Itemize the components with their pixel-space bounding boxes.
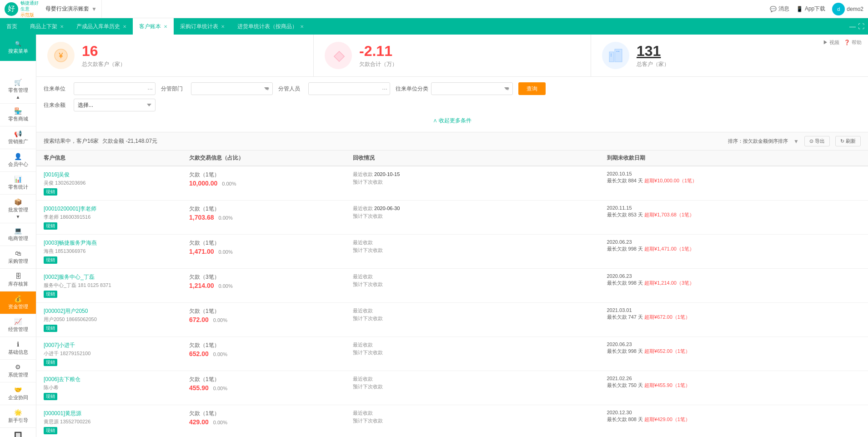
- content-area: ¥ 16 总欠款客户（家） -2.11 欠款合计（万）: [36, 35, 868, 437]
- person-input[interactable]: [308, 82, 390, 95]
- debt-amount-2[interactable]: 1,471.00: [189, 248, 214, 255]
- tab-product-off[interactable]: 商品上下架 ✕: [24, 18, 70, 35]
- avatar: d: [832, 3, 845, 15]
- due-cell-4: 2021.03.01 最长欠款 747 天 超期¥672.00（1笔）: [607, 307, 861, 321]
- finance-icon: 💰: [14, 295, 22, 302]
- tab-home[interactable]: 首页: [0, 18, 24, 35]
- from-unit-input[interactable]: [74, 82, 156, 95]
- unit-class-input[interactable]: [431, 82, 513, 95]
- video-icon: ▶: [823, 40, 828, 45]
- customer-name-1[interactable]: [00010200001]李老师: [44, 205, 189, 213]
- sidebar-item-marketing[interactable]: 📢 营销推广: [0, 126, 36, 149]
- result-bar: 搜索结果中，客户16家 欠款金额 -21,148.07元 排序：按欠款金额倒序排…: [36, 132, 868, 151]
- sidebar-item-purchase[interactable]: 🛍 采购管理: [0, 246, 36, 269]
- tab-minimize-icon[interactable]: —: [849, 23, 856, 30]
- overdue-amount-6[interactable]: 超期¥455.90（1笔）: [644, 382, 690, 388]
- debt-amount-3[interactable]: 1,214.00: [189, 282, 214, 289]
- close-tab-customer-account[interactable]: ✕: [164, 24, 167, 29]
- debt-amount-7[interactable]: 429.00: [189, 418, 209, 426]
- header-debt-info: 欠款交易信息（占比）: [189, 154, 353, 162]
- customer-tag-6: 现销: [44, 393, 57, 400]
- tab-purchase-stats[interactable]: 进货单统计表（按商品） ✕: [231, 18, 310, 35]
- debt-cell-4: 欠款（1笔） 672.00 0.00%: [189, 307, 353, 324]
- debt-amount-5[interactable]: 652.00: [189, 350, 209, 357]
- customer-name-7[interactable]: [000001]黄思源: [44, 410, 189, 417]
- sidebar-item-basic-info[interactable]: ℹ 基础信息: [0, 337, 36, 360]
- close-tab-purchase-summary[interactable]: ✕: [221, 24, 225, 29]
- customer-name-0[interactable]: [0016]吴俊: [44, 171, 189, 179]
- close-tab-production-history[interactable]: ✕: [123, 24, 126, 29]
- table-row: [0003]畅捷服务尹海燕 海燕 18513066976 现销 欠款（1笔） 1…: [36, 235, 868, 269]
- filter-person: 分管人员 ···: [278, 82, 390, 95]
- from-unit-input-wrap: ···: [74, 82, 156, 95]
- customer-sub-2: 海燕 18513066976: [44, 248, 189, 255]
- overdue-amount-1[interactable]: 超期¥1,703.68（1笔）: [644, 212, 694, 217]
- overdue-days-0: 最长欠款 884 天 超期¥10,000.00（1笔）: [607, 177, 861, 184]
- overdue-amount-3[interactable]: 超期¥1,214.00（3笔）: [644, 280, 694, 286]
- tab-maximize-icon[interactable]: ⛶: [858, 23, 864, 30]
- overdue-amount-2[interactable]: 超期¥1,471.00（1笔）: [644, 246, 694, 251]
- close-tab-purchase-stats[interactable]: ✕: [300, 24, 304, 29]
- query-btn[interactable]: 查询: [518, 82, 546, 95]
- dept-input[interactable]: [191, 82, 273, 95]
- message-btn[interactable]: 💬 消息: [770, 5, 789, 13]
- customer-name-4[interactable]: [000002]用户2050: [44, 307, 189, 315]
- sidebar-item-ops-mgmt[interactable]: 📈 经营管理: [0, 314, 36, 337]
- overdue-amount-4[interactable]: 超期¥672.00（1笔）: [644, 314, 690, 320]
- tab-production-history[interactable]: 产成品入库单历史 ✕: [70, 18, 133, 35]
- sidebar-item-retail-stats[interactable]: 📊 零售统计: [0, 172, 36, 195]
- sidebar-quick-nav[interactable]: 快捷导航: [0, 61, 36, 75]
- from-unit-dots-btn[interactable]: ···: [147, 85, 153, 92]
- sidebar-item-ecommerce[interactable]: 💻 电商管理: [0, 223, 36, 246]
- svg-text:¥: ¥: [59, 52, 63, 60]
- sidebar-item-apps[interactable]: 🔲 应用中心: [0, 428, 36, 437]
- app-download-btn[interactable]: 📱 App下载: [796, 5, 825, 13]
- sidebar-item-batch-mgmt[interactable]: 📦 批发管理 ▼: [0, 195, 36, 223]
- sidebar-item-member-center[interactable]: 👤 会员中心: [0, 149, 36, 172]
- stat-info-total-customers: 131 总客户（家）: [637, 43, 669, 68]
- stat-card-debt-total: -2.11 欠款合计（万）: [314, 35, 591, 76]
- debt-amount-0[interactable]: 10,000.00: [189, 180, 217, 187]
- refresh-icon: ↻: [840, 138, 844, 144]
- debt-amount-1[interactable]: 1,703.68: [189, 214, 214, 221]
- sidebar-item-enterprise[interactable]: 🤝 企业协同: [0, 382, 36, 405]
- debt-amount-4[interactable]: 672.00: [189, 316, 209, 323]
- balance-select[interactable]: 选择...: [74, 99, 156, 111]
- sidebar-item-system[interactable]: ⚙ 系统管理: [0, 360, 36, 382]
- debt-amount-6[interactable]: 455.90: [189, 384, 209, 392]
- sidebar-item-retail-store[interactable]: 🏪 零售商城: [0, 104, 36, 126]
- sidebar-item-guide[interactable]: 🌟 新手引导: [0, 405, 36, 428]
- customer-name-2[interactable]: [0003]畅捷服务尹海燕: [44, 239, 189, 247]
- due-cell-2: 2020.06.23 最长欠款 998 天 超期¥1,471.00（1笔）: [607, 239, 861, 253]
- debt-count-0: 欠款（1笔）: [189, 171, 353, 179]
- export-btn[interactable]: ⊙ 导出: [804, 136, 830, 146]
- org-dropdown-icon[interactable]: ▼: [91, 6, 97, 12]
- overdue-amount-0[interactable]: 超期¥10,000.00（1笔）: [644, 178, 697, 183]
- collapse-bar[interactable]: ∧ 收起更多条件: [44, 115, 861, 126]
- sidebar-search-btn[interactable]: 🔍 搜索菜单: [0, 37, 36, 58]
- tab-customer-account[interactable]: 客户账本 ✕: [133, 18, 174, 35]
- refresh-btn[interactable]: ↻ 刷新: [835, 136, 861, 146]
- org-selector[interactable]: 母婴行业演示账套 ▼: [41, 0, 102, 18]
- video-btn[interactable]: ▶ 视频: [823, 39, 839, 46]
- sidebar-item-retail-mgmt[interactable]: 🛒 零售管理 ▲: [0, 75, 36, 104]
- overdue-amount-5[interactable]: 超期¥652.00（1笔）: [644, 348, 690, 354]
- phone-icon: 📱: [796, 6, 803, 12]
- sort-dropdown-icon[interactable]: ▼: [793, 138, 799, 145]
- close-tab-product-off[interactable]: ✕: [60, 24, 64, 29]
- sidebar-item-inventory[interactable]: 🗄 库存核算: [0, 269, 36, 291]
- customer-name-5[interactable]: [0007]小进千: [44, 342, 189, 349]
- person-dots-btn[interactable]: ···: [382, 85, 387, 92]
- debt-count-1: 欠款（1笔）: [189, 205, 353, 213]
- svg-rect-5: [611, 54, 612, 55]
- customer-sub-5: 小进千 18279152100: [44, 350, 189, 357]
- customer-name-6[interactable]: [0006]去下粮仓: [44, 376, 189, 383]
- overdue-amount-7[interactable]: 超期¥429.00（1笔）: [644, 417, 690, 422]
- tab-purchase-summary[interactable]: 采购订单统计表 ✕: [174, 18, 231, 35]
- debt-row-1: 1,703.68 0.00%: [189, 214, 353, 222]
- from-unit-label: 往来单位: [44, 85, 71, 93]
- user-profile[interactable]: d demo2: [832, 3, 863, 15]
- customer-name-3[interactable]: [0002]服务中心_丁磊: [44, 273, 189, 281]
- sidebar-item-finance[interactable]: 💰 资金管理: [0, 291, 36, 314]
- help-btn[interactable]: ❓ 帮助: [844, 39, 862, 46]
